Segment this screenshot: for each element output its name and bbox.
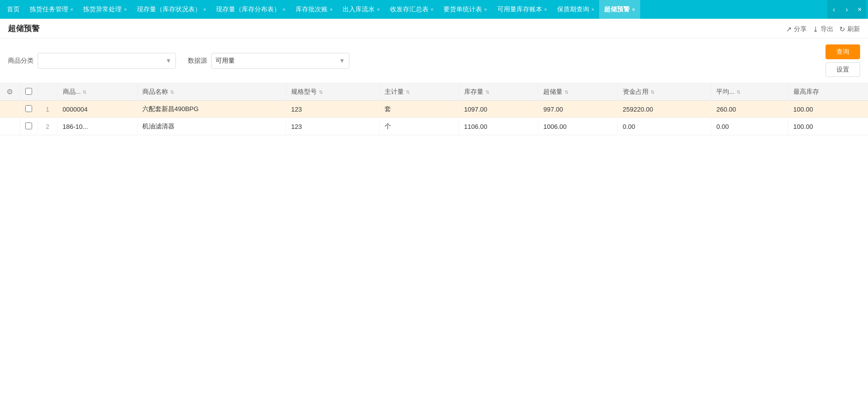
nav-item-jianhuo-renwu[interactable]: 拣货任务管理 ×: [25, 0, 78, 19]
nav-close-all-btn[interactable]: ×: [853, 0, 866, 19]
page-header: 超储预警 ↗ 分享 ⤓ 导出 ↻ 刷新: [0, 19, 868, 39]
row-gear-cell: [0, 118, 20, 135]
datasource-value: 可用量: [216, 56, 235, 65]
nav-close-4[interactable]: ×: [282, 6, 285, 12]
column-header-overstock[interactable]: 超储量 ⇅: [538, 83, 617, 101]
nav-label-3: 现存量（库存状况表）: [137, 5, 201, 14]
nav-label-home: 首页: [7, 5, 20, 14]
nav-item-home[interactable]: 首页: [2, 0, 25, 19]
data-table: ⚙ 商品... ⇅ 商品名称 ⇅: [0, 83, 868, 135]
nav-item-xiancunliang-kuangkuang[interactable]: 现存量（库存状况表） ×: [132, 0, 211, 19]
sort-icon-capital-used: ⇅: [651, 89, 654, 95]
nav-close-1[interactable]: ×: [70, 6, 73, 12]
datasource-filter: 数据源 可用量 ▼: [188, 53, 349, 69]
row-num: 2: [38, 118, 57, 135]
nav-item-yaohuo-tongji[interactable]: 要货单统计表 ×: [438, 0, 492, 19]
query-button[interactable]: 查询: [825, 44, 860, 59]
nav-prev-btn[interactable]: ‹: [827, 0, 840, 19]
nav-label-8: 要货单统计表: [443, 5, 482, 14]
row-checkbox-1[interactable]: [25, 122, 32, 129]
nav-close-11[interactable]: ×: [632, 6, 635, 12]
column-header-unit[interactable]: 主计量 ⇅: [380, 83, 459, 101]
share-icon: ↗: [786, 25, 792, 33]
sort-icon-overstock: ⇅: [564, 89, 568, 95]
product-category-select[interactable]: ▼: [38, 53, 176, 69]
nav-close-6[interactable]: ×: [377, 6, 380, 12]
share-button[interactable]: ↗ 分享: [786, 25, 807, 34]
row-spec: 123: [286, 101, 379, 118]
row-stock: 1097.00: [459, 101, 538, 118]
column-header-checkbox[interactable]: [20, 83, 38, 101]
sort-icon-product-name: ⇅: [170, 89, 174, 95]
nav-next-btn[interactable]: ›: [840, 0, 853, 19]
nav-arrows: ‹ › ×: [827, 0, 866, 19]
settings-button[interactable]: 设置: [825, 62, 860, 77]
row-product-code: 186-10...: [57, 118, 137, 135]
nav-close-10[interactable]: ×: [591, 6, 594, 12]
sort-icon-product-code: ⇅: [83, 89, 87, 95]
filter-buttons: 查询 设置: [825, 44, 860, 77]
select-all-checkbox[interactable]: [25, 88, 32, 95]
nav-label-6: 出入库流水: [343, 5, 375, 14]
nav-label-11: 超储预警: [604, 5, 630, 14]
product-category-filter: 商品分类 ▼: [8, 53, 176, 69]
row-product-name: 六配套新昌490BPG: [137, 101, 286, 118]
page-title: 超储预警: [8, 24, 40, 34]
table-container: ⚙ 商品... ⇅ 商品名称 ⇅: [0, 83, 868, 135]
nav-close-8[interactable]: ×: [484, 6, 487, 12]
row-overstock: 997.00: [538, 101, 617, 118]
nav-item-jianhuo-yichang[interactable]: 拣货异常处理 ×: [78, 0, 131, 19]
nav-close-3[interactable]: ×: [203, 6, 206, 12]
nav-label-10: 保质期查询: [557, 5, 589, 14]
nav-item-chachu-yujing[interactable]: 超储预警 ×: [599, 0, 640, 19]
nav-item-shoufacun-huizong[interactable]: 收发存汇总表 ×: [385, 0, 438, 19]
row-unit: 个: [380, 118, 459, 135]
row-overstock: 1006.00: [538, 118, 617, 135]
table-row: 2 186-10... 机油滤清器 123 个 1106.00 1006.00 …: [0, 118, 868, 135]
export-button[interactable]: ⤓ 导出: [813, 25, 833, 34]
column-header-stock[interactable]: 库存量 ⇅: [459, 83, 538, 101]
nav-close-2[interactable]: ×: [124, 6, 127, 12]
header-actions: ↗ 分享 ⤓ 导出 ↻ 刷新: [786, 25, 860, 34]
datasource-select[interactable]: 可用量 ▼: [211, 53, 349, 69]
row-product-code: 0000004: [57, 101, 137, 118]
refresh-button[interactable]: ↻ 刷新: [839, 25, 860, 34]
row-checkbox-0[interactable]: [25, 105, 32, 112]
column-header-num: [38, 83, 57, 101]
nav-item-baozhi-chaxun[interactable]: 保质期查询 ×: [552, 0, 599, 19]
row-unit: 套: [380, 101, 459, 118]
column-header-max-stock[interactable]: 最高库存: [788, 83, 868, 101]
nav-close-5[interactable]: ×: [330, 6, 333, 12]
nav-item-keyongliang-zhangben[interactable]: 可用量库存账本 ×: [492, 0, 552, 19]
sort-icon-unit: ⇅: [406, 89, 410, 95]
nav-label-5: 库存批次账: [296, 5, 328, 14]
row-spec: 123: [286, 118, 379, 135]
table-header-row: ⚙ 商品... ⇅ 商品名称 ⇅: [0, 83, 868, 101]
datasource-label: 数据源: [188, 56, 207, 65]
nav-close-9[interactable]: ×: [544, 6, 547, 12]
column-header-gear: ⚙: [0, 83, 20, 101]
nav-close-7[interactable]: ×: [431, 6, 434, 12]
product-category-arrow-icon: ▼: [166, 57, 172, 64]
row-checkbox-cell[interactable]: [20, 118, 38, 135]
column-header-capital-used[interactable]: 资金占用 ⇅: [617, 83, 711, 101]
nav-label-2: 拣货异常处理: [83, 5, 122, 14]
column-header-avg[interactable]: 平均... ⇅: [711, 83, 788, 101]
row-avg: 0.00: [711, 118, 788, 135]
gear-header-icon[interactable]: ⚙: [6, 87, 13, 96]
row-capital-used: 0.00: [617, 118, 711, 135]
column-header-spec[interactable]: 规格型号 ⇅: [286, 83, 379, 101]
row-stock: 1106.00: [459, 118, 538, 135]
nav-label-7: 收发存汇总表: [390, 5, 429, 14]
nav-item-kucun-pizhang[interactable]: 库存批次账 ×: [291, 0, 338, 19]
row-max-stock: 100.00: [788, 101, 868, 118]
nav-item-churu-liushui[interactable]: 出入库流水 ×: [338, 0, 385, 19]
row-checkbox-cell[interactable]: [20, 101, 38, 118]
column-header-product-name[interactable]: 商品名称 ⇅: [137, 83, 286, 101]
nav-label-9: 可用量库存账本: [497, 5, 542, 14]
table-body: 1 0000004 六配套新昌490BPG 123 套 1097.00 997.…: [0, 101, 868, 135]
row-avg: 260.00: [711, 101, 788, 118]
filter-area: 商品分类 ▼ 数据源 可用量 ▼ 查询 设置: [0, 39, 868, 83]
column-header-product-code[interactable]: 商品... ⇅: [57, 83, 137, 101]
nav-item-xiancunliang-fenbiao[interactable]: 现存量（库存分布表） ×: [211, 0, 290, 19]
